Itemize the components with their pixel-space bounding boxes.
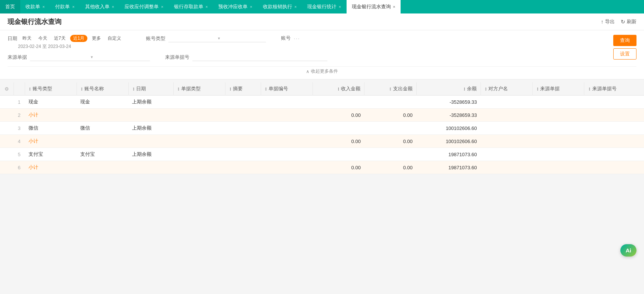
close-tab-5-icon[interactable]: × — [250, 0, 252, 13]
date-range-display: 2023-02-24 至 2023-03-24 — [18, 44, 71, 49]
nav-tab-0[interactable]: 收款单 × — [20, 0, 50, 13]
gear-icon[interactable]: ⚙ — [5, 86, 9, 92]
nav-tab-4[interactable]: 银行存取款单 × — [169, 0, 213, 13]
col-summary[interactable]: ↕ 摘要 — [225, 82, 261, 96]
table-row: 3 微信 微信 上期余额 100102606.60 — [0, 122, 644, 135]
source-doc-no-label: 来源单据号 — [165, 54, 189, 61]
col-source-doc-no[interactable]: ↕ 来源单据号 — [584, 82, 644, 96]
row-date — [128, 161, 173, 174]
collapse-bar[interactable]: ∧ 收起更多条件 — [8, 66, 636, 75]
row-income — [313, 148, 365, 161]
row-account-type: 支付宝 — [25, 148, 77, 161]
close-tab-0-icon[interactable]: × — [42, 0, 45, 13]
row-doc-type — [173, 122, 225, 135]
close-tab-1-icon[interactable]: × — [72, 0, 74, 13]
nav-tab-6[interactable]: 收款核销执行 × — [258, 0, 302, 13]
nav-tab-3[interactable]: 应收应付调整单 × — [119, 0, 168, 13]
col-source-doc[interactable]: ↕ 来源单据 — [533, 82, 584, 96]
query-button[interactable]: 查询 — [613, 35, 636, 46]
col-account-type[interactable]: ↕ 账号类型 — [25, 82, 77, 96]
close-tab-8-icon[interactable]: × — [393, 0, 395, 13]
export-button[interactable]: ↑ 导出 — [601, 18, 615, 25]
col-doc-no[interactable]: ↕ 单据编号 — [261, 82, 312, 96]
nav-tab-1[interactable]: 付款单 × — [50, 0, 80, 13]
row-source-doc-no — [584, 96, 644, 109]
date-opt-today[interactable]: 今天 — [36, 35, 50, 42]
col-account-name[interactable]: ↕ 账号名称 — [77, 82, 128, 96]
col-counterpart[interactable]: ↕ 对方户名 — [481, 82, 533, 96]
close-tab-3-icon[interactable]: × — [161, 0, 163, 13]
col-account-type-label: ↕ 账号类型 — [29, 86, 52, 91]
row-summary — [225, 161, 261, 174]
close-tab-7-icon[interactable]: × — [339, 0, 341, 13]
row-source-doc-no — [584, 148, 644, 161]
row-source-doc — [533, 96, 584, 109]
nav-home[interactable]: 首页 — [0, 0, 20, 13]
row-index: 6 — [14, 161, 25, 174]
table-container: ⚙ ↕ 账号类型 ↕ 账号名称 ↕ 日期 ↕ 单据类型 ↕ 摘要 — [0, 82, 644, 174]
row-income — [313, 122, 365, 135]
source-doc-no-input[interactable] — [192, 54, 327, 61]
row-summary — [225, 148, 261, 161]
row-account-name — [77, 109, 128, 122]
col-doc-no-label: ↕ 单据编号 — [265, 86, 288, 91]
row-account-type: 小计 — [25, 109, 77, 122]
row-gear — [0, 148, 14, 161]
row-doc-no — [261, 122, 312, 135]
account-label: 账号 — [281, 35, 291, 42]
date-opt-custom[interactable]: 自定义 — [105, 35, 123, 42]
account-dots[interactable]: ··· — [294, 36, 300, 41]
collapse-label: 收起更多条件 — [311, 68, 338, 75]
row-balance: 100102606.60 — [416, 135, 481, 148]
row-account-name — [77, 135, 128, 148]
col-date-label: ↕ 日期 — [132, 86, 146, 91]
settings-button[interactable]: 设置 — [613, 48, 636, 60]
col-expense[interactable]: ↕ 支出金额 — [365, 82, 416, 96]
row-doc-no — [261, 161, 312, 174]
row-expense — [365, 148, 416, 161]
row-source-doc — [533, 161, 584, 174]
row-date — [128, 109, 173, 122]
col-date[interactable]: ↕ 日期 — [128, 82, 173, 96]
nav-tab-2[interactable]: 其他收入单 × — [80, 0, 119, 13]
row-doc-no — [261, 135, 312, 148]
top-nav: 首页 收款单 × 付款单 × 其他收入单 × 应收应付调整单 × 银行存取款单 … — [0, 0, 644, 13]
row-doc-type — [173, 135, 225, 148]
close-tab-4-icon[interactable]: × — [206, 0, 208, 13]
col-balance[interactable]: ↕ 余额 — [416, 82, 481, 96]
date-opt-yesterday[interactable]: 昨天 — [20, 35, 34, 42]
col-source-doc-no-label: ↕ 来源单据号 — [588, 86, 616, 91]
account-type-value — [170, 36, 216, 41]
row-balance: -3528659.33 — [416, 109, 481, 122]
account-type-select[interactable]: ▾ — [168, 35, 266, 42]
date-opt-7days[interactable]: 近7天 — [52, 35, 68, 42]
col-source-doc-label: ↕ 来源单据 — [536, 86, 560, 91]
table-row: 1 现金 现金 上期余额 -3528659.33 — [0, 96, 644, 109]
table-body: 1 现金 现金 上期余额 -3528659.33 2 小计 0.00 0.00 … — [0, 96, 644, 174]
row-account-type: 微信 — [25, 122, 77, 135]
collapse-icon: ∧ — [306, 69, 309, 74]
close-tab-6-icon[interactable]: × — [294, 0, 297, 13]
table-row: 4 小计 0.00 0.00 100102606.60 — [0, 135, 644, 148]
nav-tab-8[interactable]: 现金银行流水查询 × — [347, 0, 401, 13]
col-gear[interactable]: ⚙ — [0, 82, 14, 96]
row-income — [313, 96, 365, 109]
row-balance: 100102606.60 — [416, 122, 481, 135]
page-header: 现金银行流水查询 ↑ 导出 ↻ 刷新 — [0, 13, 644, 30]
col-income[interactable]: ↕ 收入金额 — [313, 82, 365, 96]
refresh-button[interactable]: ↻ 刷新 — [621, 18, 636, 25]
nav-tab-7[interactable]: 现金银行统计 × — [302, 0, 346, 13]
row-balance: 19871073.60 — [416, 161, 481, 174]
row-source-doc-no — [584, 122, 644, 135]
date-opt-1month[interactable]: 近1月 — [70, 35, 88, 42]
row-expense: 0.00 — [365, 109, 416, 122]
date-opt-more[interactable]: 更多 — [90, 35, 103, 42]
date-options: 昨天 今天 近7天 近1月 更多 自定义 — [20, 35, 123, 42]
row-source-doc — [533, 109, 584, 122]
nav-tab-5[interactable]: 预收冲应收单 × — [213, 0, 257, 13]
account-type-label: 账号类型 — [146, 35, 165, 42]
row-index: 2 — [14, 109, 25, 122]
close-tab-2-icon[interactable]: × — [112, 0, 114, 13]
col-doc-type[interactable]: ↕ 单据类型 — [173, 82, 225, 96]
source-doc-select[interactable]: ▾ — [30, 54, 150, 61]
